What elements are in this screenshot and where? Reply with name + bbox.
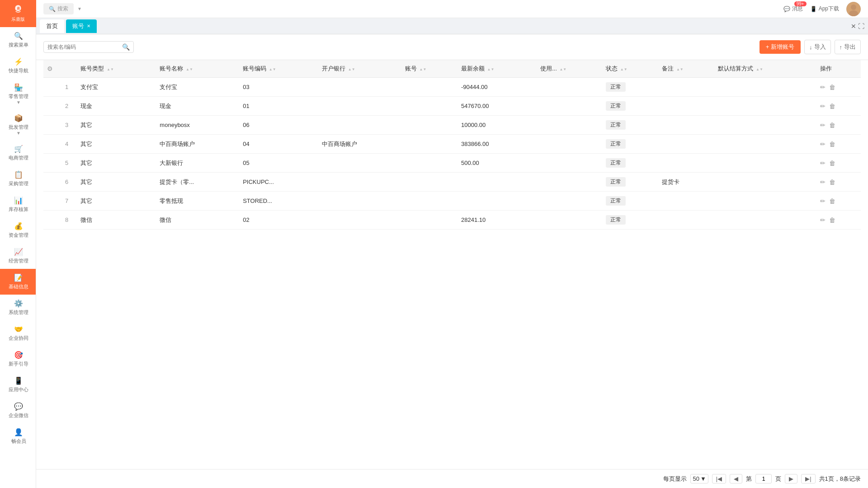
edit-button-3[interactable]: ✏ <box>820 141 826 148</box>
top-header: 🔍 搜索 ▼ 💬 消息 99+ 📱 App下载 <box>36 0 868 18</box>
app-download-button[interactable]: 📱 App下载 <box>810 5 839 13</box>
cell-account-0 <box>401 78 458 97</box>
cell-settings-0 <box>43 78 57 97</box>
cell-balance-2: 10000.00 <box>458 116 537 135</box>
first-page-button[interactable]: |◀ <box>712 474 726 483</box>
edit-button-6[interactable]: ✏ <box>820 197 826 205</box>
edit-button-4[interactable]: ✏ <box>820 160 826 167</box>
col-type[interactable]: 账号类型 ▲▼ <box>77 60 156 78</box>
delete-button-4[interactable]: 🗑 <box>829 160 835 167</box>
sidebar-item-system[interactable]: ⚙️系统管理 <box>0 295 36 320</box>
col-remark[interactable]: 备注 ▲▼ <box>658 60 714 78</box>
sidebar-item-purchase[interactable]: 📋采购管理 <box>0 166 36 192</box>
delete-button-5[interactable]: 🗑 <box>829 178 835 186</box>
sidebar-item-inventory[interactable]: 📊库存核算 <box>0 192 36 217</box>
tab-home[interactable]: 首页 <box>40 19 64 33</box>
sidebar-item-quick-nav[interactable]: ⚡快捷导航 <box>0 53 36 79</box>
tab-fullscreen-button[interactable]: ⛶ <box>858 23 864 30</box>
edit-button-7[interactable]: ✏ <box>820 216 826 224</box>
tab-accounts-close[interactable]: ✕ <box>87 23 90 28</box>
cell-action-6: ✏ 🗑 <box>816 192 861 211</box>
delete-button-3[interactable]: 🗑 <box>829 141 835 148</box>
col-status[interactable]: 状态 ▲▼ <box>602 60 658 78</box>
cell-code-0: 03 <box>239 78 318 97</box>
sidebar-item-ecommerce[interactable]: 🛒电商管理 <box>0 140 36 166</box>
sidebar-item-finance[interactable]: 💰资金管理 <box>0 217 36 243</box>
cell-name-1: 现金 <box>156 97 239 116</box>
member-icon: 👤 <box>14 428 23 436</box>
search-input[interactable] <box>47 44 119 50</box>
action-buttons-6: ✏ 🗑 <box>820 197 857 205</box>
tab-accounts[interactable]: 账号 ✕ <box>66 19 97 33</box>
sidebar-item-operations[interactable]: 📈经营管理 <box>0 243 36 269</box>
sidebar-item-wholesale[interactable]: 📦批发管理▼ <box>0 109 36 140</box>
col-default-settlement[interactable]: 默认结算方式 ▲▼ <box>714 60 816 78</box>
action-buttons-2: ✏ 🗑 <box>820 122 857 129</box>
ecommerce-icon: 🛒 <box>14 145 23 153</box>
edit-button-1[interactable]: ✏ <box>820 103 826 110</box>
cell-num-7: 8 <box>57 211 77 230</box>
cell-bank-3: 中百商场账户 <box>318 135 401 154</box>
col-code[interactable]: 账号编码 ▲▼ <box>239 60 318 78</box>
page-size-select[interactable]: 50 ▼ <box>690 474 708 483</box>
sidebar-item-app-center[interactable]: 📱应用中心 <box>0 372 36 398</box>
cell-balance-6 <box>458 192 537 211</box>
notification-button[interactable]: 💬 消息 99+ <box>783 5 803 13</box>
sidebar-item-guide[interactable]: 🎯新手引导 <box>0 346 36 372</box>
cell-settlement-0 <box>714 78 816 97</box>
col-name[interactable]: 账号名称 ▲▼ <box>156 60 239 78</box>
col-balance[interactable]: 最新余额 ▲▼ <box>458 60 537 78</box>
sort-type: ▲▼ <box>107 67 114 71</box>
edit-button-5[interactable]: ✏ <box>820 178 826 186</box>
prev-page-button[interactable]: ◀ <box>730 474 742 483</box>
sidebar-item-basic-info[interactable]: 📝基础信息 <box>0 269 36 295</box>
cell-balance-5 <box>458 173 537 192</box>
cell-type-0: 支付宝 <box>77 78 156 97</box>
cell-type-7: 微信 <box>77 211 156 230</box>
col-bank[interactable]: 开户银行 ▲▼ <box>318 60 401 78</box>
sidebar-item-retail[interactable]: 🏪零售管理▼ <box>0 79 36 109</box>
cell-balance-4: 500.00 <box>458 154 537 173</box>
export-button[interactable]: ↑ 导出 <box>835 40 861 54</box>
table-row: 3 其它 moneybosx 06 10000.00 正常 ✏ 🗑 <box>43 116 861 135</box>
page-number-input[interactable] <box>755 474 772 483</box>
col-usage[interactable]: 使用... ▲▼ <box>537 60 602 78</box>
delete-button-0[interactable]: 🗑 <box>829 84 835 91</box>
sidebar-item-enterprise-wechat[interactable]: 💬企业微信 <box>0 398 36 423</box>
status-badge-3: 正常 <box>606 139 626 149</box>
col-account[interactable]: 账号 ▲▼ <box>401 60 458 78</box>
sort-bank: ▲▼ <box>348 67 355 71</box>
delete-button-6[interactable]: 🗑 <box>829 197 835 205</box>
column-settings-icon[interactable]: ⚙ <box>47 65 53 72</box>
cell-name-0: 支付宝 <box>156 78 239 97</box>
search-icon[interactable]: 🔍 <box>122 43 130 51</box>
search-box[interactable]: 🔍 <box>43 41 134 53</box>
edit-button-0[interactable]: ✏ <box>820 84 826 91</box>
action-buttons-4: ✏ 🗑 <box>820 160 857 167</box>
sidebar-item-member[interactable]: 👤畅会员 <box>0 423 36 449</box>
delete-button-2[interactable]: 🗑 <box>829 122 835 129</box>
add-account-button[interactable]: + 新增账号 <box>760 40 801 54</box>
next-page-button[interactable]: ▶ <box>785 474 797 483</box>
cell-settlement-1 <box>714 97 816 116</box>
edit-button-2[interactable]: ✏ <box>820 122 826 129</box>
cell-settings-4 <box>43 154 57 173</box>
cell-remark-7 <box>658 211 714 230</box>
app-center-icon: 📱 <box>14 376 23 385</box>
system-icon: ⚙️ <box>14 299 23 308</box>
last-page-button[interactable]: ▶| <box>801 474 815 483</box>
tab-close-button[interactable]: ✕ <box>851 23 856 30</box>
delete-button-7[interactable]: 🗑 <box>829 216 835 224</box>
sidebar-item-enterprise[interactable]: 🤝企业协同 <box>0 320 36 346</box>
quick-nav-icon: ⚡ <box>14 57 23 66</box>
cell-action-1: ✏ 🗑 <box>816 97 861 116</box>
import-button[interactable]: ↓ 导入 <box>804 40 831 54</box>
delete-button-1[interactable]: 🗑 <box>829 103 835 110</box>
header-search[interactable]: 🔍 搜索 <box>43 3 74 14</box>
sidebar-item-search-menu[interactable]: 🔍搜索菜单 <box>0 27 36 53</box>
cell-balance-1: 547670.00 <box>458 97 537 116</box>
tab-accounts-label: 账号 <box>72 22 84 30</box>
header-search-icon: 🔍 <box>49 6 56 12</box>
cell-settlement-3 <box>714 135 816 154</box>
user-avatar[interactable] <box>846 2 861 16</box>
